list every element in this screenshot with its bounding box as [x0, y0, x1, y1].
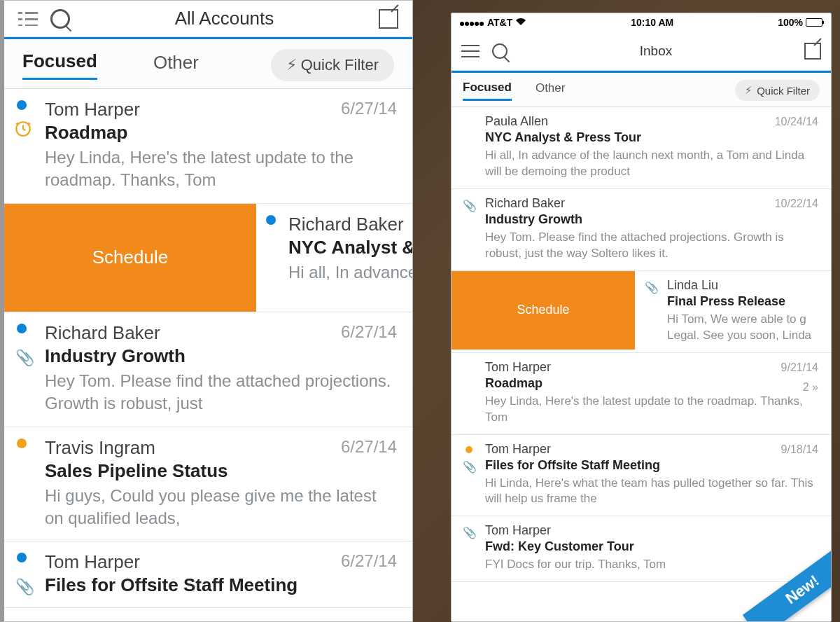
bolt-icon: ⚡︎: [286, 56, 297, 74]
email-row[interactable]: Richard Baker NYC Analyst & Hi all, In a…: [256, 204, 412, 312]
email-list: Paula Allen 10/24/14 NYC Analyst & Press…: [451, 107, 831, 621]
subject: NYC Analyst & Press Tour: [485, 130, 818, 145]
subject: Industry Growth: [45, 345, 397, 367]
header-bar: Inbox: [451, 32, 831, 71]
header-title[interactable]: Inbox: [520, 43, 792, 59]
battery-icon: [806, 18, 822, 27]
compose-icon[interactable]: [804, 43, 821, 60]
phone-left: All Accounts Focused Other ⚡︎ Quick Filt…: [0, 0, 413, 622]
sender: Tom Harper: [485, 442, 818, 457]
tab-focused[interactable]: Focused: [22, 50, 97, 80]
attachment-icon: 📎: [15, 578, 34, 596]
quick-filter-button[interactable]: ⚡︎ Quick Filter: [271, 49, 394, 81]
unread-dot: [465, 446, 472, 453]
subject: Roadmap: [485, 376, 818, 391]
phone-right: AT&T 10:10 AM 100% Inbox Focused Other ⚡…: [451, 13, 832, 622]
preview: Hey Tom. Please find the attached projec…: [45, 370, 397, 415]
preview: Hi guys, Could you please give me the la…: [45, 485, 397, 530]
preview: Hi Tom, We were able to g Legal. See you…: [667, 312, 831, 344]
search-icon[interactable]: [50, 9, 70, 29]
email-date: 6/27/14: [341, 551, 397, 571]
subject: Roadmap: [45, 122, 397, 144]
attachment-icon: 📎: [645, 281, 659, 294]
subject: Industry Growth: [485, 212, 818, 227]
wifi-icon: [515, 17, 526, 28]
email-row[interactable]: Tom Harper 6/27/14 Roadmap Hey Linda, He…: [4, 89, 412, 204]
clock-icon: [14, 120, 32, 141]
preview: Hi all, In advance of the launch next mo…: [485, 148, 818, 180]
header-title[interactable]: All Accounts: [83, 8, 366, 29]
header-bar: All Accounts: [4, 1, 412, 37]
list-icon[interactable]: [18, 12, 38, 26]
sender: Linda Liu: [667, 278, 831, 293]
unread-dot: [17, 438, 27, 448]
email-row[interactable]: 📎 Linda Liu Final Press Release Hi Tom, …: [635, 271, 831, 352]
sender: Richard Baker: [485, 196, 818, 211]
tab-bar: Focused Other ⚡︎ Quick Filter: [4, 39, 412, 89]
email-row[interactable]: 📎 Tom Harper 9/18/14 Files for Offsite S…: [451, 435, 831, 517]
battery-pct: 100%: [778, 17, 803, 28]
sender: Tom Harper: [485, 360, 818, 375]
email-row-swiped[interactable]: Schedule Richard Baker NYC Analyst & Hi …: [4, 204, 412, 312]
attachment-icon: 📎: [463, 460, 477, 474]
subject: Final Press Release: [667, 294, 831, 309]
schedule-action[interactable]: Schedule: [4, 204, 256, 312]
sender: Paula Allen: [485, 114, 818, 129]
preview: Hey Linda, Here's the latest update to t…: [485, 394, 818, 426]
clock: 10:10 AM: [631, 17, 673, 28]
unread-dot: [17, 553, 27, 562]
search-icon[interactable]: [492, 43, 507, 59]
quick-filter-button[interactable]: ⚡︎ Quick Filter: [735, 80, 820, 101]
email-date: 9/18/14: [781, 443, 818, 456]
preview: Hey Tom. Please find the attached projec…: [485, 230, 818, 262]
email-row[interactable]: 📎 Tom Harper Fwd: Key Customer Tour FYI …: [451, 516, 831, 582]
unread-dot: [17, 100, 27, 110]
unread-dot: [266, 215, 276, 225]
schedule-action[interactable]: Schedule: [451, 271, 635, 350]
email-row[interactable]: 📎 Tom Harper 6/27/14 Files for Offsite S…: [4, 541, 412, 608]
subject: Sales Pipeline Status: [45, 460, 397, 482]
sender: Tom Harper: [485, 523, 818, 538]
tab-other[interactable]: Other: [536, 81, 566, 99]
email-list: Tom Harper 6/27/14 Roadmap Hey Linda, He…: [4, 89, 412, 621]
email-date: 10/24/14: [775, 116, 818, 128]
bolt-icon: ⚡︎: [745, 84, 752, 97]
email-date: 10/22/14: [775, 198, 818, 210]
attachment-icon: 📎: [463, 199, 477, 212]
menu-icon[interactable]: [461, 45, 479, 57]
compose-icon[interactable]: [379, 9, 398, 29]
attachment-icon: 📎: [463, 526, 477, 539]
email-date: 6/27/14: [341, 437, 397, 457]
subject: Fwd: Key Customer Tour: [485, 539, 818, 554]
carrier: AT&T: [487, 17, 512, 28]
preview: Hi Linda, Here's what the team has pulle…: [485, 476, 818, 508]
tab-other[interactable]: Other: [153, 52, 199, 79]
signal-icon: [460, 17, 484, 28]
subject: Files for Offsite Staff Meeting: [45, 574, 397, 596]
thread-count: 2 »: [803, 381, 818, 394]
email-row[interactable]: 📎 Richard Baker 6/27/14 Industry Growth …: [4, 312, 412, 427]
attachment-icon: 📎: [15, 349, 34, 367]
email-row-swiped[interactable]: Schedule 📎 Linda Liu Final Press Release…: [451, 271, 831, 353]
preview: Hi all, In advance month, a Tom a: [288, 261, 412, 284]
email-date: 6/27/14: [341, 99, 397, 118]
email-date: 9/21/14: [781, 361, 818, 374]
preview: FYI Docs for our trip. Thanks, Tom: [485, 557, 818, 573]
email-row[interactable]: Paula Allen 10/24/14 NYC Analyst & Press…: [451, 107, 831, 189]
subject: NYC Analyst &: [288, 237, 412, 258]
tab-bar: Focused Other ⚡︎ Quick Filter: [451, 73, 831, 107]
subject: Files for Offsite Staff Meeting: [485, 458, 818, 473]
preview: Hey Linda, Here's the latest update to t…: [45, 146, 397, 192]
status-bar: AT&T 10:10 AM 100%: [451, 13, 831, 32]
email-date: 6/27/14: [341, 322, 397, 342]
email-row[interactable]: Tom Harper 9/21/14 2 » Roadmap Hey Linda…: [451, 353, 831, 435]
sender: Richard Baker: [288, 214, 412, 235]
tab-focused[interactable]: Focused: [463, 81, 512, 101]
unread-dot: [17, 324, 27, 333]
email-row[interactable]: 📎 Richard Baker 10/22/14 Industry Growth…: [451, 189, 831, 271]
email-row[interactable]: Travis Ingram 6/27/14 Sales Pipeline Sta…: [4, 427, 412, 542]
